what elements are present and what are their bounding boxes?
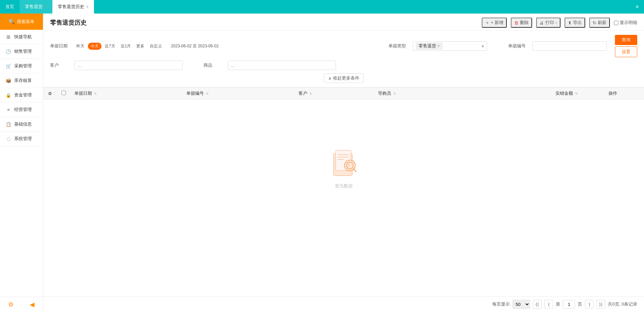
col-customer-sort-icon[interactable]: ⇅ <box>309 92 312 95</box>
col-bill-no-sort-icon[interactable]: ⇅ <box>206 92 209 95</box>
show-detail-label: 显示明细 <box>620 20 637 26</box>
last-page-button[interactable]: ⟩⟩ <box>596 300 605 309</box>
prev-page-button[interactable]: ⟨ <box>544 300 553 309</box>
sidebar: 🔍 搜索菜单 ⊞ 快捷导航 🕐 销售管理 🛒 采购管理 📦 库存核算 🔒 资金管… <box>0 14 43 312</box>
sales-mgmt-icon: 🕐 <box>5 48 11 54</box>
svg-text:?: ? <box>347 163 350 168</box>
col-guide-sort-icon[interactable]: ⇅ <box>393 92 396 95</box>
next-page-button[interactable]: ⟩ <box>585 300 594 309</box>
sidebar-item-basic-info[interactable]: 📋 基础信息 <box>0 117 43 132</box>
collapse-filters-button[interactable]: ∧ 收起更多条件 <box>324 73 364 83</box>
print-button[interactable]: 🖨 打印 ▾ <box>536 18 560 28</box>
customer-input[interactable] <box>74 61 183 70</box>
goods-label: 商品 <box>204 62 222 68</box>
first-page-button[interactable]: ⟨⟨ <box>533 300 542 309</box>
date-btn-1month[interactable]: 近1月 <box>119 43 133 50</box>
show-detail-checkbox[interactable] <box>614 21 618 25</box>
refresh-label: 刷新 <box>598 20 606 26</box>
page-number-input[interactable] <box>563 300 575 309</box>
inventory-icon: 📦 <box>5 77 11 84</box>
pagination-bar: 每页显示 20 50 100 ⟨⟨ ⟨ 第 页 ⟩ ⟩⟩ 共0页, 0条记录 <box>43 296 644 312</box>
date-btn-today[interactable]: 今天 <box>88 43 101 50</box>
sidebar-item-system-mgmt[interactable]: ◌ 系统管理 <box>0 132 43 146</box>
sidebar-item-purchase-mgmt[interactable]: 🛒 采购管理 <box>0 59 43 73</box>
page-unit: 页 <box>578 301 582 307</box>
date-btn-7days[interactable]: 近7天 <box>103 43 117 50</box>
bill-no-input[interactable] <box>532 41 607 51</box>
query-button[interactable]: 查询 <box>615 35 637 45</box>
page-label: 第 <box>556 301 560 307</box>
tab-home[interactable]: 首页 <box>0 0 20 14</box>
sidebar-item-inventory-label: 库存核算 <box>14 77 32 84</box>
sidebar-search-label: 搜索菜单 <box>17 19 34 25</box>
top-bar: 首页 零售退货 × 零售退货历史 × × <box>0 0 644 14</box>
sidebar-item-sales-mgmt-label: 销售管理 <box>14 48 32 54</box>
show-detail-checkbox-label: 显示明细 <box>614 20 637 26</box>
sidebar-search[interactable]: 🔍 搜索菜单 <box>0 14 43 30</box>
sidebar-item-inventory[interactable]: 📦 库存核算 <box>0 73 43 88</box>
setting-button[interactable]: 设置 <box>615 46 637 57</box>
system-mgmt-icon: ◌ <box>5 136 11 142</box>
purchase-mgmt-icon: 🛒 <box>5 63 11 69</box>
refresh-button[interactable]: ↻ 刷新 <box>589 18 610 28</box>
tab-retail-return-close[interactable]: × <box>45 4 47 9</box>
page-size-label: 每页显示 <box>492 301 510 307</box>
sidebar-item-operations-mgmt[interactable]: ≡ 经营管理 <box>0 103 43 117</box>
table-area: ⚙ 单据日期 ⇅ 单据编号 <box>43 87 644 296</box>
main-layout: 🔍 搜索菜单 ⊞ 快捷导航 🕐 销售管理 🛒 采购管理 📦 库存核算 🔒 资金管… <box>0 14 644 312</box>
col-bill-no: 单据编号 ⇅ <box>182 88 294 99</box>
filter-area: 单据日期 昨天 今天 近7天 近1月 更多 自定义 2023-06-02 至 2… <box>43 31 644 87</box>
finance-mgmt-icon: 🔒 <box>5 92 11 98</box>
date-label: 单据日期 <box>50 43 69 49</box>
page-size-select[interactable]: 20 50 100 <box>512 300 530 309</box>
operations-mgmt-icon: ≡ <box>5 107 11 113</box>
tab-retail-return-history[interactable]: 零售退货历史 × <box>52 0 94 14</box>
delete-button[interactable]: 🗑 删除 <box>511 18 532 28</box>
col-check <box>57 88 70 99</box>
sidebar-settings-button[interactable]: ⚙ <box>0 297 22 312</box>
tab-retail-return-history-close[interactable]: × <box>86 4 89 9</box>
date-btn-yesterday[interactable]: 昨天 <box>74 43 87 50</box>
date-btn-more[interactable]: 更多 <box>134 43 146 50</box>
quick-nav-icon: ⊞ <box>5 34 11 40</box>
col-amount-label: 实销金额 <box>555 90 573 96</box>
select-all-checkbox[interactable] <box>62 91 66 95</box>
column-settings-icon[interactable]: ⚙ <box>48 91 52 96</box>
date-btn-custom[interactable]: 自定义 <box>148 43 164 50</box>
print-chevron-icon: ▾ <box>555 21 557 25</box>
sidebar-item-basic-info-label: 基础信息 <box>14 121 32 127</box>
window-close-button[interactable]: × <box>630 0 644 14</box>
tab-retail-return-history-label: 零售退货历史 <box>58 4 84 10</box>
total-text: 共0页, 0条记录 <box>608 301 637 307</box>
date-buttons: 昨天 今天 近7天 近1月 更多 自定义 <box>74 43 164 50</box>
col-amount-sort-icon[interactable]: ⇅ <box>575 92 578 95</box>
export-button[interactable]: ⬆ 导出 <box>565 18 585 28</box>
sidebar-item-operations-mgmt-label: 经营管理 <box>14 107 32 113</box>
svg-line-7 <box>353 169 356 172</box>
toolbar: ＋ + 新增 🗑 删除 🖨 打印 ▾ ⬆ 导出 ↻ <box>482 18 637 28</box>
new-button[interactable]: ＋ + 新增 <box>482 18 507 28</box>
tab-list: 首页 零售退货 × 零售退货历史 × <box>0 0 630 14</box>
sidebar-item-quick-nav[interactable]: ⊞ 快捷导航 <box>0 30 43 44</box>
data-table: ⚙ 单据日期 ⇅ 单据编号 <box>43 87 644 99</box>
empty-state: ? 暂无数据 <box>43 99 644 235</box>
tab-retail-return-label: 零售退货 <box>25 4 43 10</box>
print-label: 打印 <box>545 20 554 26</box>
sidebar-item-finance-mgmt-label: 资金管理 <box>14 92 32 98</box>
collapse-label: 收起更多条件 <box>333 75 359 81</box>
refresh-icon: ↻ <box>593 20 596 25</box>
sidebar-item-quick-nav-label: 快捷导航 <box>14 34 32 40</box>
col-customer: 客户 ⇅ <box>294 88 374 99</box>
page-title: 零售退货历史 <box>50 19 87 27</box>
tab-retail-return[interactable]: 零售退货 × <box>20 0 52 14</box>
export-label: 导出 <box>573 20 582 26</box>
sidebar-item-finance-mgmt[interactable]: 🔒 资金管理 <box>0 88 43 103</box>
col-date-sort-icon[interactable]: ⇅ <box>94 92 97 95</box>
bill-no-label: 单据编号 <box>508 43 527 49</box>
sidebar-item-sales-mgmt[interactable]: 🕐 销售管理 <box>0 44 43 59</box>
page-header: 零售退货历史 ＋ + 新增 🗑 删除 🖨 打印 ▾ ⬆ 导出 <box>43 14 644 31</box>
goods-input[interactable] <box>228 61 336 70</box>
bill-type-remove[interactable]: × <box>437 44 440 48</box>
sidebar-collapse-button[interactable]: ◀ <box>22 297 43 312</box>
bill-type-select[interactable]: 零售退货 × ▾ <box>413 41 487 51</box>
